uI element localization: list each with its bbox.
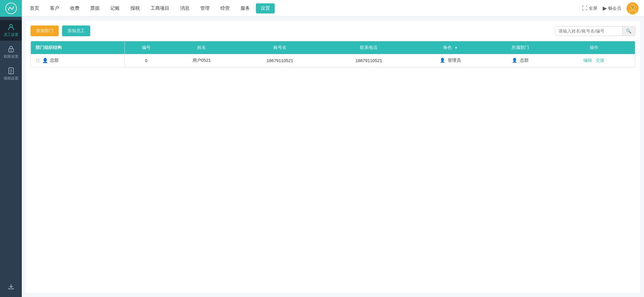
nav-service[interactable]: 服务: [236, 3, 255, 13]
toolbar: 添加部门 添加员工 🔍: [31, 26, 635, 36]
file-icon: 🗋: [36, 58, 40, 63]
dept-name: 总部: [50, 57, 59, 63]
cell-name: 用户0521: [168, 54, 235, 67]
col-header-account: 账号名: [235, 41, 324, 54]
nav-bookkeeping[interactable]: 记账: [106, 3, 124, 13]
cell-phone: 18679110521: [324, 54, 413, 67]
cell-id: 0: [125, 54, 168, 67]
sidebar: 员工设置 权限设置 报税设置: [0, 17, 22, 297]
col-header-action: 操作: [553, 41, 635, 54]
cell-actions: 编辑 交接: [553, 54, 635, 67]
nav-manage[interactable]: 管理: [196, 3, 214, 13]
svg-point-6: [631, 6, 632, 7]
download-icon: [7, 283, 15, 290]
sidebar-item-tax[interactable]: 报税设置: [0, 64, 22, 84]
table-header-row: 编号 姓名 账号名 联系电话 角色 ▼ 所属部门 操作: [125, 41, 635, 54]
nav-tax[interactable]: 报税: [126, 3, 145, 13]
search-icon: 🔍: [626, 29, 632, 34]
content-area: 添加部门 添加员工 🔍 部门组织结构 🗋 👤 总部: [22, 17, 644, 297]
sidebar-bottom: [0, 280, 22, 297]
fullscreen-icon: ⛶: [582, 5, 587, 11]
table-row: 0 用户0521 18679110521 18679110521 👤 管理员 👤: [125, 54, 635, 67]
nav-home[interactable]: 首页: [25, 3, 44, 13]
main-layout: 员工设置 权限设置 报税设置: [0, 17, 644, 297]
nav-invoice[interactable]: 票据: [86, 3, 104, 13]
sort-icon: ▼: [454, 46, 458, 50]
svg-point-7: [633, 6, 634, 7]
svg-point-1: [8, 9, 9, 10]
person-icon: [7, 23, 15, 31]
add-department-button[interactable]: 添加部门: [31, 26, 59, 36]
membership-button[interactable]: ▶ 畅会员: [603, 5, 621, 11]
nav-fee[interactable]: 收费: [65, 3, 84, 13]
search-input[interactable]: [555, 27, 622, 36]
transfer-link[interactable]: 交接: [596, 58, 604, 63]
logo: [0, 0, 22, 17]
svg-point-4: [631, 5, 634, 8]
role-user-icon: 👤: [440, 58, 445, 63]
sidebar-download[interactable]: [0, 280, 22, 294]
lock-icon: [7, 45, 15, 53]
avatar[interactable]: [627, 2, 639, 14]
cell-role: 👤 管理员: [413, 54, 488, 67]
employee-table: 编号 姓名 账号名 联系电话 角色 ▼ 所属部门 操作: [125, 41, 635, 67]
search-button[interactable]: 🔍: [622, 27, 635, 36]
top-navigation: 首页 客户 收费 票据 记账 报税 工商项目 消息 管理 经营 服务 设置 ⛶ …: [0, 0, 644, 17]
employee-panel: 编号 姓名 账号名 联系电话 角色 ▼ 所属部门 操作: [125, 41, 635, 67]
content-inner: 添加部门 添加员工 🔍 部门组织结构 🗋 👤 总部: [26, 21, 640, 293]
table-body: 0 用户0521 18679110521 18679110521 👤 管理员 👤: [125, 54, 635, 67]
nav-business[interactable]: 工商项目: [146, 3, 174, 13]
dept-panel-header: 部门组织结构: [31, 41, 124, 54]
nav-customer[interactable]: 客户: [45, 3, 64, 13]
fullscreen-button[interactable]: ⛶ 全屏: [582, 5, 597, 11]
dept-item-root[interactable]: 🗋 👤 总部: [31, 54, 124, 67]
edit-link[interactable]: 编辑: [583, 58, 592, 63]
col-header-dept: 所属部门: [488, 41, 553, 54]
sidebar-label-employee: 员工设置: [4, 32, 18, 37]
svg-point-10: [10, 50, 11, 51]
nav-menu: 首页 客户 收费 票据 记账 报税 工商项目 消息 管理 经营 服务 设置: [22, 3, 582, 13]
col-header-name: 姓名: [168, 41, 235, 54]
sidebar-label-permission: 权限设置: [4, 54, 18, 59]
col-header-phone: 联系电话: [324, 41, 413, 54]
fullscreen-label: 全屏: [589, 5, 597, 11]
col-header-role[interactable]: 角色 ▼: [413, 41, 488, 54]
sidebar-label-tax: 报税设置: [4, 76, 18, 81]
svg-point-8: [10, 24, 12, 27]
dept-panel: 部门组织结构 🗋 👤 总部: [31, 41, 125, 67]
sidebar-item-employee[interactable]: 员工设置: [0, 20, 22, 41]
nav-right-area: ⛶ 全屏 ▶ 畅会员: [582, 2, 644, 14]
sidebar-item-permission[interactable]: 权限设置: [0, 42, 22, 62]
panel-layout: 部门组织结构 🗋 👤 总部 编号 姓名 账号名: [31, 41, 635, 67]
add-employee-button[interactable]: 添加员工: [62, 26, 90, 36]
search-bar: 🔍: [555, 26, 635, 36]
cell-account: 18679110521: [235, 54, 324, 67]
cell-dept: 👤 总部: [488, 54, 553, 67]
col-header-id: 编号: [125, 41, 168, 54]
video-icon: ▶: [603, 5, 607, 11]
dept-cell-icon: 👤: [512, 58, 517, 63]
nav-operation[interactable]: 经营: [216, 3, 234, 13]
nav-message[interactable]: 消息: [175, 3, 194, 13]
svg-rect-11: [9, 68, 13, 74]
report-icon: [7, 67, 15, 75]
dept-user-icon: 👤: [42, 58, 48, 63]
nav-settings[interactable]: 设置: [256, 3, 275, 13]
membership-label: 畅会员: [608, 5, 621, 11]
